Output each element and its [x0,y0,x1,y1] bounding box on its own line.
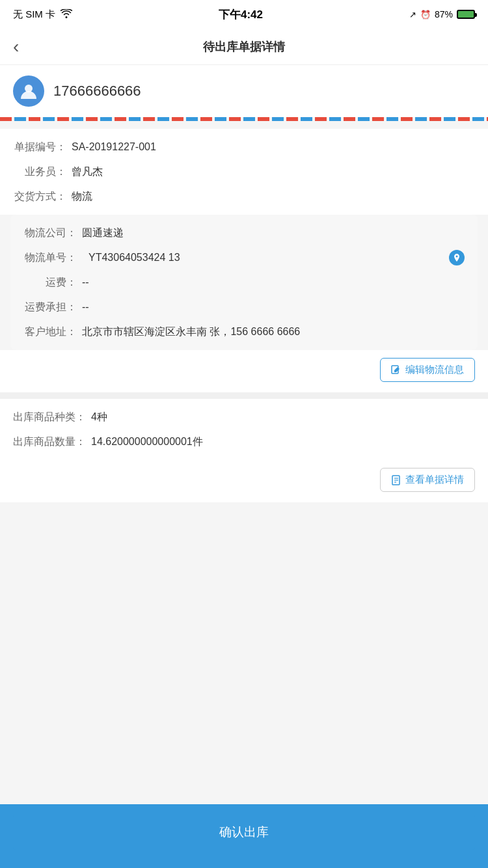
logistics-company-value: 圆通速递 [82,225,465,241]
svg-point-1 [456,256,458,258]
sales-person-label: 业务员： [13,164,72,180]
product-type-row: 出库商品种类： 4种 [13,409,475,425]
address-row: 客户地址： 北京市市辖区海淀区永丰南 张，156 6666 6666 [23,324,465,340]
sales-person-row: 业务员： 曾凡杰 [13,164,475,180]
address-label: 客户地址： [23,324,82,340]
doc-number-value: SA-20191227-001 [72,139,475,155]
logistics-company-label: 物流公司： [23,225,82,241]
customer-header: 17666666666 [0,65,488,117]
status-bar: 无 SIM 卡 下午4:42 ↗ ⏰ 87% [0,0,488,29]
avatar [13,75,44,107]
tracking-row: 物流单号： YT43064053424 13 [23,250,465,265]
edit-btn-row: 编辑物流信息 [0,350,488,392]
wifi-icon [61,9,72,20]
doc-number-label: 单据编号： [13,139,72,155]
freight-label: 运费： [23,275,82,290]
delivery-method-value: 物流 [72,189,475,204]
delivery-method-row: 交货方式： 物流 [13,189,475,204]
product-quantity-label: 出库商品数量： [13,434,91,450]
freight-value: -- [82,275,465,290]
order-info-section: 单据编号： SA-20191227-001 业务员： 曾凡杰 交货方式： 物流 [0,129,488,215]
battery-text: 87% [435,9,453,20]
view-detail-button[interactable]: 查看单据详情 [380,468,475,492]
track-location-icon[interactable] [449,250,465,265]
status-time: 下午4:42 [219,7,263,22]
edit-icon [391,365,401,375]
alarm-icon: ⏰ [420,10,431,20]
doc-number-row: 单据编号： SA-20191227-001 [13,139,475,155]
view-btn-row: 查看单据详情 [0,460,488,502]
battery-icon [457,10,475,19]
freight-row: 运费： -- [23,275,465,290]
tracking-value: YT43064053424 13 [88,250,442,265]
page-spacer [0,502,488,632]
stats-section: 出库商品种类： 4种 出库商品数量： 14.620000000000001件 [0,399,488,460]
carrier-text: 无 SIM 卡 [13,8,55,21]
product-quantity-row: 出库商品数量： 14.620000000000001件 [13,434,475,450]
confirm-btn-area: 确认出库 [0,804,488,868]
document-icon [391,475,401,485]
logistics-card: 物流公司： 圆通速递 物流单号： YT43064053424 13 运费： --… [10,215,478,350]
product-type-label: 出库商品种类： [13,409,91,425]
freight-bearer-value: -- [82,299,465,315]
status-left: 无 SIM 卡 [13,8,72,21]
sales-person-value: 曾凡杰 [72,164,475,180]
customer-phone: 17666666666 [53,83,141,100]
dashed-separator [0,117,488,121]
location-status-icon: ↗ [409,10,416,20]
page-title: 待出库单据详情 [203,39,285,55]
edit-logistics-button[interactable]: 编辑物流信息 [380,358,475,382]
status-right: ↗ ⏰ 87% [409,9,475,20]
logistics-company-row: 物流公司： 圆通速递 [23,225,465,241]
tracking-label: 物流单号： [23,250,82,265]
product-type-value: 4种 [91,409,475,425]
confirm-outbound-button[interactable]: 确认出库 [13,815,475,850]
freight-bearer-label: 运费承担： [23,299,82,315]
address-value: 北京市市辖区海淀区永丰南 张，156 6666 6666 [82,324,465,340]
back-button[interactable]: ‹ [13,34,24,60]
nav-bar: ‹ 待出库单据详情 [0,29,488,65]
delivery-method-label: 交货方式： [13,189,72,204]
view-detail-label: 查看单据详情 [405,474,464,486]
gray-divider [0,392,488,399]
edit-logistics-label: 编辑物流信息 [405,364,464,376]
product-quantity-value: 14.620000000000001件 [91,434,475,450]
freight-bearer-row: 运费承担： -- [23,299,465,315]
